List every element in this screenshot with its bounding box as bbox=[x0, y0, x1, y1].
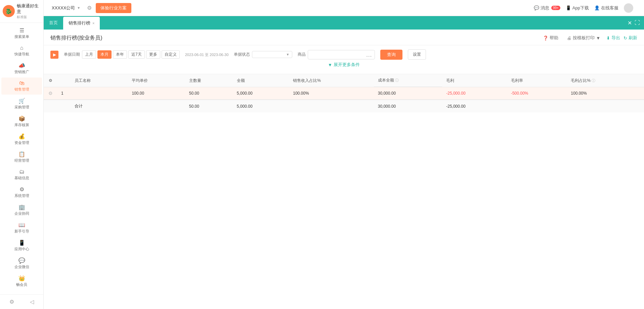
row-employee-name bbox=[71, 87, 128, 100]
member-icon: 👑 bbox=[18, 275, 25, 281]
avatar[interactable] bbox=[624, 3, 633, 13]
page-actions: ❓ 帮助 🖨 按模板打印 ▼ ⬇ 导出 ↻ 刷新 bbox=[540, 34, 637, 42]
table-footer-row: 合计 50.00 5,000.00 30,000.00 -25,000.00 bbox=[44, 100, 644, 112]
footer-settings-cell bbox=[44, 100, 57, 112]
sidebar-item-marketing[interactable]: 📣 营销推广 bbox=[1, 60, 42, 77]
header-settings-icon[interactable]: ⚙ bbox=[87, 5, 92, 11]
status-filter-label: 单据状态 bbox=[234, 52, 250, 57]
notification-icon: 💬 bbox=[534, 5, 539, 10]
col-sales-pct: 销售收入占比% bbox=[289, 74, 374, 87]
row-settings[interactable]: ⚙ bbox=[44, 87, 57, 100]
sidebar-item-system[interactable]: ⚙ 系统管理 bbox=[1, 184, 42, 201]
filter-row: ▶ 单据日期 上月 本月 本年 近7天 更多 自定义 bbox=[50, 49, 637, 60]
online-support-label: 在线客服 bbox=[601, 5, 618, 11]
basic-icon: 🗂 bbox=[19, 169, 25, 175]
sidebar-item-sales[interactable]: 🛍 销售管理 bbox=[1, 78, 42, 95]
row-gross-pct: 100.00% bbox=[567, 87, 644, 100]
tab-maximize-icon[interactable]: ⛶ bbox=[635, 20, 640, 26]
trial-button[interactable]: 体验行业方案 bbox=[96, 3, 131, 13]
sidebar-item-corp[interactable]: 🏢 企业协同 bbox=[1, 201, 42, 219]
sidebar-item-inventory[interactable]: 📦 库存核算 bbox=[1, 113, 42, 130]
sidebar-item-wechat[interactable]: 💬 企业微信 bbox=[1, 255, 42, 272]
row-gross: -25,000.00 bbox=[442, 87, 507, 100]
export-icon: ⬇ bbox=[606, 36, 610, 41]
goods-filter-label: 商品 bbox=[298, 52, 306, 57]
date-btn-custom[interactable]: 自定义 bbox=[162, 50, 180, 59]
status-select[interactable]: ▼ bbox=[252, 51, 292, 58]
guide-icon: 📖 bbox=[18, 222, 25, 228]
settings-button[interactable]: 设置 bbox=[408, 49, 426, 60]
date-btn-current-year[interactable]: 本年 bbox=[113, 50, 127, 59]
date-filter: 单据日期 上月 本月 本年 近7天 更多 自定义 bbox=[64, 50, 180, 59]
marketing-icon: 📣 bbox=[18, 62, 25, 69]
tab-close-window-icon[interactable]: ✕ bbox=[628, 20, 632, 26]
tab-home-label: 首页 bbox=[49, 20, 58, 26]
row-sales-pct: 100.00% bbox=[289, 87, 374, 100]
date-range-display: 2023-06-01 至 2023-06-30 bbox=[185, 52, 229, 57]
logo-icon: 🐉 bbox=[3, 5, 15, 17]
print-dropdown-icon: ▼ bbox=[596, 36, 600, 41]
finance-icon: 💰 bbox=[18, 133, 25, 140]
sidebar-nav: ☰ 搜索菜单 ⌂ 快捷导航 📣 营销推广 🛍 销售管理 🛒 采购管理 📦 库存核… bbox=[0, 23, 43, 294]
print-icon: 🖨 bbox=[567, 36, 571, 41]
top-header: XXXXX公司 ▼ ⚙ 体验行业方案 💬 消息 99+ 📱 App下载 👤 在线… bbox=[44, 0, 644, 16]
row-cost: 30,000.00 bbox=[374, 87, 442, 100]
sidebar-collapse-btn[interactable]: ◁ bbox=[29, 297, 35, 306]
sidebar-item-operations[interactable]: 📋 经营管理 bbox=[1, 148, 42, 166]
sidebar-item-member[interactable]: 👑 畅会员 bbox=[1, 272, 42, 290]
help-button[interactable]: ❓ 帮助 bbox=[540, 34, 561, 42]
tab-home[interactable]: 首页 bbox=[44, 16, 63, 29]
query-button[interactable]: 查询 bbox=[380, 50, 402, 60]
sidebar-item-search[interactable]: ☰ 搜索菜单 bbox=[1, 24, 42, 42]
expand-more-conditions[interactable]: ▼ 展开更多条件 bbox=[50, 60, 637, 70]
notification-item[interactable]: 💬 消息 99+ bbox=[534, 5, 560, 11]
date-btn-more[interactable]: 更多 bbox=[146, 50, 160, 59]
table-row: ⚙ 1 100.00 50.00 5,000.00 100.00% 30,000… bbox=[44, 87, 644, 100]
sidebar-item-basic[interactable]: 🗂 基础信息 bbox=[1, 166, 42, 183]
footer-rank-cell bbox=[57, 100, 71, 112]
footer-sales-pct bbox=[289, 100, 374, 112]
date-btn-current-month[interactable]: 本月 bbox=[97, 50, 112, 59]
cost-info-icon[interactable]: ⓘ bbox=[395, 78, 399, 83]
sidebar-item-guide[interactable]: 📖 新手引导 bbox=[1, 219, 42, 237]
goods-select[interactable]: … bbox=[308, 50, 375, 59]
gross-pct-info-icon[interactable]: ⓘ bbox=[592, 79, 595, 83]
company-name: XXXXX公司 bbox=[52, 5, 75, 11]
inventory-icon: 📦 bbox=[18, 115, 25, 122]
notification-label: 消息 bbox=[541, 5, 549, 11]
col-qty: 主数量 bbox=[185, 74, 233, 87]
print-template-button[interactable]: 🖨 按模板打印 ▼ bbox=[564, 34, 603, 42]
system-icon: ⚙ bbox=[19, 186, 24, 193]
export-button[interactable]: ⬇ 导出 bbox=[606, 35, 620, 41]
tab-bar-actions: ✕ ⛶ bbox=[628, 20, 644, 26]
footer-gross-rate bbox=[507, 100, 567, 112]
sidebar-item-shortcut[interactable]: ⌂ 快捷导航 bbox=[1, 42, 42, 59]
app-download-item[interactable]: 📱 App下载 bbox=[566, 5, 589, 11]
row-amount: 5,000.00 bbox=[233, 87, 289, 100]
row-avg-price: 100.00 bbox=[128, 87, 185, 100]
content-area: 销售排行榜(按业务员) ❓ 帮助 🖨 按模板打印 ▼ ⬇ 导出 bbox=[44, 30, 644, 309]
filter-collapse-toggle[interactable]: ▶ bbox=[50, 51, 58, 59]
sidebar-item-apps[interactable]: 📱 应用中心 bbox=[1, 237, 42, 254]
table-header-row: ⚙ 员工名称 平均单价 主数量 全额 销售收入占比% 成本全额 ⓘ 毛利 毛利率 bbox=[44, 74, 644, 87]
date-btn-7days[interactable]: 近7天 bbox=[128, 50, 145, 59]
online-support-item[interactable]: 👤 在线客服 bbox=[594, 5, 618, 11]
sidebar-settings-btn[interactable]: ⚙ bbox=[8, 297, 15, 306]
wechat-icon: 💬 bbox=[18, 257, 25, 264]
company-selector[interactable]: XXXXX公司 ▼ bbox=[49, 4, 83, 12]
col-employee-name: 员工名称 bbox=[71, 74, 128, 87]
sidebar-bottom: ⚙ ◁ bbox=[0, 294, 43, 309]
sidebar-item-finance[interactable]: 💰 资金管理 bbox=[1, 131, 42, 148]
date-btn-prev-month[interactable]: 上月 bbox=[82, 50, 96, 59]
purchase-icon: 🛒 bbox=[18, 98, 25, 104]
tab-sales-rank[interactable]: 销售排行榜 × bbox=[63, 17, 100, 30]
date-range-text: 2023-06-01 至 2023-06-30 bbox=[185, 52, 229, 57]
row-rank: 1 bbox=[57, 87, 71, 100]
sidebar: 🐉 畅康通好生意 标准版 ☰ 搜索菜单 ⌂ 快捷导航 📣 营销推广 🛍 销售管理… bbox=[0, 0, 44, 309]
tab-close-icon[interactable]: × bbox=[92, 21, 94, 25]
tab-bar: 首页 销售排行榜 × ✕ ⛶ bbox=[44, 16, 644, 30]
sidebar-item-purchase[interactable]: 🛒 采购管理 bbox=[1, 95, 42, 112]
col-settings[interactable]: ⚙ bbox=[44, 74, 57, 87]
refresh-button[interactable]: ↻ 刷新 bbox=[624, 35, 637, 41]
goods-more-icon: … bbox=[366, 52, 372, 58]
